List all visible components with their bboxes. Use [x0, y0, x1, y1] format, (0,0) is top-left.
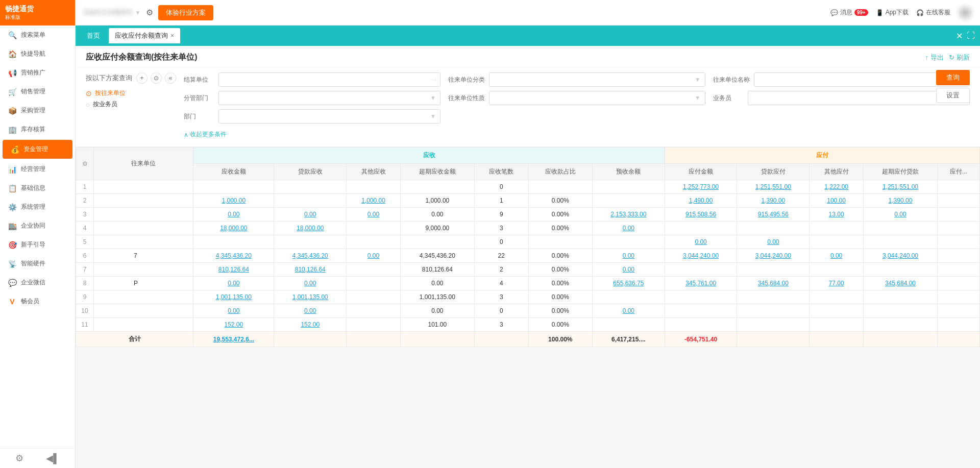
sidebar-settings-btn[interactable]: ⚙: [15, 453, 23, 464]
sidebar-collapse-btn[interactable]: ◀▌: [46, 453, 60, 464]
ar-amount-cell: 1,000.00: [193, 194, 274, 208]
setting-button[interactable]: 设置: [936, 88, 970, 103]
ar-prepay-cell: 0.00: [592, 263, 665, 277]
partner-marker: 7: [134, 252, 137, 259]
partner-cell: [94, 304, 193, 318]
ap-loan-cell: 345,684.00: [737, 277, 810, 290]
sidebar-item-search[interactable]: 🔍 搜索菜单: [0, 26, 75, 44]
sidebar-item-system[interactable]: ⚙️ 系统管理: [0, 198, 75, 216]
member-icon: V: [8, 298, 17, 306]
ar-other-cell: [347, 318, 401, 332]
query-label: 按以下方案查询: [86, 73, 132, 83]
ar-overdue-cell: [400, 180, 474, 194]
ap-overdue-cell: [864, 318, 938, 332]
ar-overdue-cell: 0.00: [400, 304, 474, 318]
partner-cell: [94, 235, 193, 249]
partner-blurred: [98, 307, 132, 314]
total-ar-count: [474, 332, 528, 347]
page-header-actions: ↑ 导出 ↻ 刷新: [925, 53, 970, 62]
tab-close-icon[interactable]: ×: [170, 32, 174, 39]
th-ar-loan: 贷款应收: [274, 164, 347, 180]
user-avatar[interactable]: Rit: [958, 6, 972, 20]
ap-loan-cell: [737, 304, 810, 318]
customer-service-btn[interactable]: 🎧 在线客服: [916, 8, 950, 17]
ap-overdue-cell: 3,044,240.00: [864, 249, 938, 263]
ap-overdue-cell: 1,251,551.00: [864, 180, 938, 194]
dept-manager-input[interactable]: ▼: [218, 91, 440, 105]
partner-type-input[interactable]: ▼: [489, 72, 705, 87]
ar-ratio-cell: 0.00%: [528, 304, 592, 318]
total-ar-loan: [274, 332, 347, 347]
tab-home[interactable]: 首页: [81, 28, 106, 43]
ar-ratio-cell: 0.00%: [528, 221, 592, 235]
table-row: 8 P 0.00 0.00 0.00 4 0.00% 655,636.75 34…: [76, 277, 980, 290]
ar-overdue-cell: 0.00: [400, 208, 474, 221]
refresh-label: 刷新: [957, 53, 970, 62]
sidebar-item-hardware[interactable]: 📡 智能硬件: [0, 254, 75, 273]
ap-more-cell: [937, 249, 979, 263]
table-row: 10 0.00 0.00 0.00 0 0.00% 0.00: [76, 304, 980, 318]
notification-btn[interactable]: 💬 消息 99+: [830, 8, 868, 17]
ap-loan-cell: 0.00: [737, 235, 810, 249]
partner-nature-input[interactable]: ▼: [489, 91, 705, 105]
app-download-btn[interactable]: 📱 App下载: [876, 8, 909, 17]
guide-icon: 🎯: [8, 241, 17, 249]
tab-home-label: 首页: [87, 31, 100, 40]
sidebar-item-purchase[interactable]: 📦 采购管理: [0, 101, 75, 120]
sidebar: 畅捷通货 标准版 🔍 搜索菜单 🏠 快捷导航 📢 营销推广 🛒 销售管理 📦 采…: [0, 0, 76, 468]
config-query-btn[interactable]: ⊙: [151, 72, 162, 84]
customer-service-label: 在线客服: [926, 8, 950, 17]
sidebar-item-sales[interactable]: 🛒 销售管理: [0, 82, 75, 101]
ap-overdue-cell: [864, 221, 938, 235]
query-form: 结算单位 ··· 往来单位分类: [184, 72, 970, 141]
ar-overdue-cell: 810,126.64: [400, 263, 474, 277]
refresh-button[interactable]: ↻ 刷新: [949, 53, 970, 62]
query-button[interactable]: 查询: [936, 70, 970, 85]
sidebar-item-nav[interactable]: 🏠 快捷导航: [0, 44, 75, 63]
sidebar-item-operation[interactable]: 📊 经营管理: [0, 160, 75, 179]
ap-other-cell: 77.00: [810, 277, 864, 290]
ar-overdue-cell: 9,000.00: [400, 221, 474, 235]
ar-prepay-cell: 655,636.75: [592, 277, 665, 290]
sidebar-item-member[interactable]: V 畅会员: [0, 292, 75, 311]
th-settings[interactable]: ⚙: [76, 147, 94, 180]
partner-name-field-row: 往来单位名称: [713, 72, 970, 87]
partner-blurred: [98, 280, 132, 287]
sidebar-item-marketing[interactable]: 📢 营销推广: [0, 63, 75, 82]
ar-overdue-cell: 1,000.00: [400, 194, 474, 208]
sidebar-item-fund[interactable]: 💰 资金管理: [3, 140, 72, 159]
hardware-icon: 📡: [8, 260, 17, 268]
ar-loan-cell: 0.00: [274, 304, 347, 318]
row-num-cell: 4: [76, 221, 94, 235]
radio-company-label: 按往来单位: [95, 89, 126, 97]
ar-count-cell: 0: [474, 180, 528, 194]
trial-solution-button[interactable]: 体验行业方案: [158, 5, 213, 20]
sidebar-item-inventory[interactable]: 🏢 库存核算: [0, 120, 75, 139]
collapse-btn[interactable]: ∧ 收起更多条件: [184, 128, 970, 141]
page-header: 应收应付余额查询(按往来单位) ↑ 导出 ↻ 刷新: [76, 46, 980, 67]
ap-more-cell: [937, 221, 979, 235]
tab-query[interactable]: 应收应付余额查询 ×: [109, 28, 180, 43]
table-wrapper[interactable]: ⚙ 往来单位 应收 应付 应收金额 贷款应收 其他应收: [76, 147, 980, 347]
query-by-company[interactable]: ⊙ 按往来单位: [86, 89, 176, 97]
settings-gear-icon[interactable]: ⚙: [146, 8, 153, 17]
row-num-cell: 8: [76, 277, 94, 290]
dept-input[interactable]: ▼: [218, 109, 440, 124]
add-query-btn[interactable]: +: [136, 72, 148, 84]
collapse-label: 收起更多条件: [190, 130, 227, 139]
salesperson-label: 业务员: [713, 94, 744, 103]
collapse-query-btn[interactable]: «: [165, 72, 176, 84]
ap-other-cell: [810, 318, 864, 332]
settlement-input[interactable]: ···: [218, 72, 440, 87]
ap-amount-cell: 1,490.00: [665, 194, 737, 208]
tab-close-window-icon[interactable]: ✕: [956, 31, 963, 41]
ar-other-cell: [347, 180, 401, 194]
sidebar-item-enterprise[interactable]: 🏬 企业协同: [0, 216, 75, 235]
query-by-staff[interactable]: ○ 按业务员: [86, 100, 176, 109]
export-button[interactable]: ↑ 导出: [925, 53, 944, 62]
sidebar-item-guide[interactable]: 🎯 新手引导: [0, 235, 75, 254]
sidebar-item-basic[interactable]: 📋 基础信息: [0, 179, 75, 198]
page-content: 应收应付余额查询(按往来单位) ↑ 导出 ↻ 刷新: [76, 46, 980, 468]
sidebar-item-wechat[interactable]: 💬 企业微信: [0, 273, 75, 292]
tab-expand-icon[interactable]: ⛶: [967, 31, 975, 41]
